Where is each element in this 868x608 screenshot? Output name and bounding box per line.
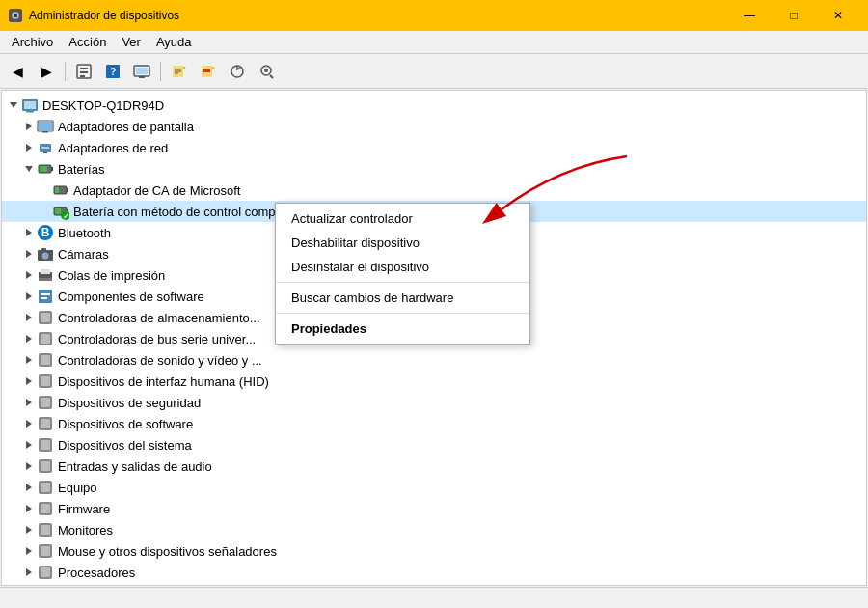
tree-item-adaptadores-red[interactable]: Adaptadores de red (2, 137, 866, 158)
expand-icon[interactable] (21, 416, 37, 431)
svg-marker-79 (26, 420, 32, 428)
close-button[interactable]: ✕ (816, 0, 860, 31)
dispositivos-software-label: Dispositivos de software (58, 417, 193, 431)
tree-item-adaptador-ca[interactable]: Adaptador de CA de Microsoft (2, 180, 866, 201)
svg-marker-91 (26, 505, 32, 512)
expand-icon[interactable] (21, 458, 37, 474)
expand-icon[interactable] (21, 565, 37, 580)
context-menu: Actualizar controladorDeshabilitar dispo… (275, 203, 530, 345)
equipo-label: Equipo (58, 481, 96, 495)
adaptador-ca-label: Adaptador de CA de Microsoft (73, 183, 240, 198)
adaptador-ca-icon (52, 181, 69, 199)
ctx-item-propiedades[interactable]: Propiedades (276, 317, 529, 341)
expand-icon[interactable] (21, 437, 37, 453)
tree-item-dispositivos-software[interactable]: Dispositivos de software (2, 413, 866, 434)
expand-icon[interactable] (21, 310, 37, 325)
separator-2 (160, 62, 161, 81)
tree-item-controladoras-sonido[interactable]: Controladoras de sonido y vídeo y ... (2, 349, 866, 371)
tree-item-dispositivos-hid[interactable]: Dispositivos de interfaz humana (HID) (2, 371, 866, 392)
app-icon (8, 8, 23, 23)
expand-icon[interactable] (21, 373, 37, 389)
tree-item-mouse[interactable]: Mouse y otros dispositivos señaladores (2, 540, 866, 562)
back-button[interactable]: ◀ (4, 58, 31, 85)
expand-icon[interactable] (21, 395, 37, 410)
scan-button[interactable] (253, 58, 280, 85)
tree-item-dispositivos-sistema[interactable]: Dispositivos del sistema (2, 434, 866, 456)
componentes-software-icon (37, 288, 54, 305)
expand-icon[interactable] (21, 267, 37, 283)
svg-marker-67 (26, 335, 32, 343)
expand-icon[interactable] (21, 161, 37, 177)
svg-rect-40 (40, 166, 47, 172)
controladoras-almacenamiento-icon (37, 309, 54, 326)
svg-rect-43 (55, 187, 59, 193)
add-driver-button[interactable] (166, 58, 193, 85)
colas-impresion-label: Colas de impresión (58, 268, 165, 283)
expand-icon[interactable] (37, 182, 52, 198)
tree-item-root[interactable]: DESKTOP-Q1DR94D (2, 95, 866, 116)
ctx-item-actualizar[interactable]: Actualizar controlador (276, 207, 529, 231)
svg-rect-99 (41, 546, 50, 556)
camaras-label: Cámaras (58, 247, 109, 262)
expand-icon[interactable] (21, 501, 37, 516)
svg-rect-10 (136, 68, 148, 74)
tree-item-baterias[interactable]: Baterías (2, 158, 866, 180)
svg-rect-84 (41, 440, 50, 450)
maximize-button[interactable]: □ (772, 0, 816, 31)
tree-item-equipo[interactable]: Equipo (2, 477, 866, 498)
device-button[interactable] (128, 58, 155, 85)
expand-icon[interactable] (21, 522, 37, 538)
camaras-icon (37, 245, 54, 263)
menu-archivo[interactable]: Archivo (4, 33, 61, 51)
svg-rect-28 (26, 111, 34, 113)
entradas-salidas-icon (37, 457, 54, 475)
adaptadores-red-icon (37, 139, 54, 156)
expand-icon[interactable] (21, 140, 37, 155)
expand-icon[interactable] (37, 204, 52, 219)
ctx-item-desinstalar[interactable]: Desinstalar el dispositivo (276, 255, 529, 279)
svg-marker-82 (26, 441, 32, 449)
properties-button[interactable] (70, 58, 97, 85)
tree-item-firmware[interactable]: Firmware (2, 498, 866, 519)
svg-marker-13 (183, 66, 186, 69)
tree-item-entradas-salidas[interactable]: Entradas y salidas de audio (2, 456, 866, 477)
menu-ayuda[interactable]: Ayuda (149, 33, 200, 51)
svg-rect-11 (139, 76, 145, 78)
mouse-icon (37, 542, 54, 560)
expand-icon[interactable] (21, 225, 37, 240)
expand-icon[interactable] (21, 119, 37, 134)
help-button[interactable]: ? (99, 58, 126, 85)
menu-accion[interactable]: Acción (61, 33, 114, 51)
minimize-button[interactable]: — (727, 0, 772, 31)
svg-marker-56 (26, 271, 32, 279)
update-button[interactable] (224, 58, 251, 85)
svg-rect-66 (41, 313, 50, 322)
tree-item-dispositivos-seguridad[interactable]: Dispositivos de seguridad (2, 392, 866, 413)
svg-marker-100 (26, 568, 32, 576)
expand-icon[interactable] (21, 543, 37, 559)
tree-item-teclados[interactable]: Teclados (2, 583, 866, 586)
expand-icon[interactable] (21, 352, 37, 368)
expand-icon[interactable] (21, 289, 37, 304)
expand-icon[interactable] (21, 246, 37, 262)
menu-ver[interactable]: Ver (114, 33, 149, 51)
svg-rect-27 (24, 101, 36, 109)
svg-rect-75 (41, 376, 50, 386)
colas-impresion-icon (37, 266, 54, 284)
tree-item-procesadores[interactable]: Procesadores (2, 562, 866, 583)
ctx-item-buscar[interactable]: Buscar cambios de hardware (276, 286, 529, 310)
ctx-item-deshabilitar[interactable]: Deshabilitar dispositivo (276, 231, 529, 255)
forward-button[interactable]: ▶ (33, 58, 60, 85)
toolbar: ◀ ▶ ? (0, 54, 868, 89)
svg-marker-25 (10, 102, 17, 108)
tree-item-adaptadores-pantalla[interactable]: Adaptadores de pantalla (2, 116, 866, 137)
bluetooth-icon: B (37, 224, 54, 241)
tree-item-monitores[interactable]: Monitores (2, 519, 866, 540)
remove-driver-button[interactable] (195, 58, 222, 85)
expand-icon[interactable] (6, 97, 21, 113)
expand-icon[interactable] (21, 480, 37, 495)
svg-rect-55 (41, 248, 46, 251)
expand-icon[interactable] (21, 331, 37, 346)
svg-marker-97 (26, 547, 32, 555)
svg-rect-5 (80, 71, 88, 73)
